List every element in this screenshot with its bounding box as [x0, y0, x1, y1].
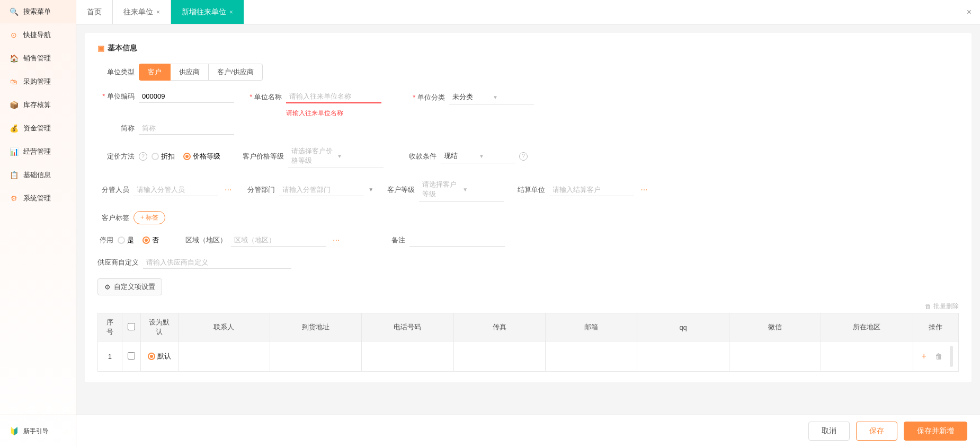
tab-counterparty-close[interactable]: × — [156, 8, 160, 16]
phone-input[interactable] — [367, 353, 448, 361]
alias-input[interactable] — [139, 122, 234, 135]
sidebar-item-sales[interactable]: 🏠 销售管理 — [0, 47, 76, 70]
settlement-ellipsis[interactable]: ··· — [638, 185, 649, 195]
window-close-btn[interactable]: × — [958, 7, 980, 17]
unit-type-both-btn[interactable]: 客户/供应商 — [209, 64, 263, 81]
save-button[interactable]: 保存 — [856, 422, 897, 441]
cell-checkbox — [122, 341, 140, 372]
settlement-input[interactable] — [549, 183, 634, 196]
customer-level-select[interactable]: 请选择客户等级 ▼ — [419, 178, 504, 201]
disabled-field: 停用 是 否 — [97, 235, 159, 245]
customer-price-select[interactable]: 请选择客户价格等级 ▼ — [288, 144, 384, 168]
sidebar-item-inventory[interactable]: 📦 库存核算 — [0, 93, 76, 117]
cell-contact[interactable] — [178, 341, 270, 372]
tab-counterparty[interactable]: 往来单位 × — [113, 0, 171, 24]
sales-icon: 🏠 — [8, 53, 19, 64]
region-ellipsis[interactable]: ··· — [331, 235, 342, 245]
cell-qq[interactable] — [637, 341, 729, 372]
tab-home[interactable]: 首页 — [76, 0, 113, 24]
contacts-table: 序号 设为默认 联系人 到货地址 电话号码 传真 邮箱 qq 微信 所在地区 操… — [97, 313, 959, 372]
pricing-discount-radio[interactable]: 折扣 — [152, 152, 175, 161]
manager-input[interactable] — [133, 183, 218, 196]
save-new-button[interactable]: 保存并新增 — [904, 422, 967, 441]
unit-category-select[interactable]: 未分类 ▼ — [449, 90, 534, 104]
section-icon: ▣ — [97, 44, 104, 52]
fax-input[interactable] — [459, 353, 540, 361]
sidebar-label-basic: 基础信息 — [23, 170, 51, 180]
col-fax: 传真 — [453, 313, 545, 341]
cancel-button[interactable]: 取消 — [808, 422, 850, 441]
cell-email[interactable] — [546, 341, 637, 372]
pricing-help-icon[interactable]: ? — [139, 152, 147, 161]
select-all-checkbox[interactable] — [128, 323, 135, 330]
pricing-level-circle — [183, 153, 191, 160]
del-row-btn[interactable]: 🗑 — [932, 351, 946, 362]
add-tag-btn[interactable]: + 标签 — [133, 211, 165, 224]
col-contact: 联系人 — [178, 313, 270, 341]
row-default-radio[interactable]: 默认 — [146, 352, 173, 361]
sidebar-item-quicknav[interactable]: ⊙ 快捷导航 — [0, 23, 76, 47]
finance-icon: 💰 — [8, 123, 19, 134]
sidebar-item-basic[interactable]: 📋 基础信息 — [0, 163, 76, 187]
supplier-custom-input[interactable] — [143, 256, 291, 269]
email-input[interactable] — [551, 353, 631, 361]
custom-settings-row: ⚙ 自定义项设置 — [97, 278, 959, 295]
disabled-yes-radio[interactable]: 是 — [118, 235, 134, 245]
disabled-no-radio[interactable]: 否 — [142, 235, 159, 245]
cell-address[interactable] — [270, 341, 361, 372]
unit-code-input[interactable] — [139, 90, 234, 103]
sidebar-item-search[interactable]: 🔍 搜索菜单 — [0, 0, 76, 23]
contact-input[interactable] — [184, 353, 264, 361]
tab-new-counterparty-close[interactable]: × — [229, 8, 233, 16]
sidebar-item-guide[interactable]: 🔰 新手引导 — [0, 419, 76, 443]
add-row-btn[interactable]: + — [919, 350, 930, 362]
unit-type-supplier-btn[interactable]: 供应商 — [171, 64, 209, 81]
pricing-label: 定价方法 — [97, 152, 135, 161]
department-input[interactable] — [279, 183, 364, 196]
address-input[interactable] — [275, 353, 356, 361]
cell-fax[interactable] — [453, 341, 545, 372]
sidebar-item-finance[interactable]: 💰 资金管理 — [0, 117, 76, 140]
payment-help-icon[interactable]: ? — [519, 152, 528, 161]
scrollbar — [950, 346, 953, 367]
unit-name-input[interactable] — [286, 90, 381, 103]
col-default: 设为默认 — [140, 313, 178, 341]
sidebar-item-system[interactable]: ⚙ 系统管理 — [0, 187, 76, 210]
cell-default: 默认 — [140, 341, 178, 372]
customer-level-field: 客户等级 请选择客户等级 ▼ — [387, 178, 504, 201]
unit-name-error: 请输入往来单位名称 — [286, 109, 343, 118]
custom-settings-btn[interactable]: ⚙ 自定义项设置 — [97, 278, 162, 295]
col-address: 到货地址 — [270, 313, 361, 341]
unit-type-customer-btn[interactable]: 客户 — [139, 64, 171, 81]
cell-region[interactable] — [821, 341, 913, 372]
row-checkbox[interactable] — [128, 352, 135, 360]
tab-counterparty-label: 往来单位 — [123, 7, 153, 17]
col-wechat: 微信 — [729, 313, 821, 341]
cell-wechat[interactable] — [729, 341, 821, 372]
batch-delete-icon: 🗑 — [925, 303, 931, 310]
sidebar-label-purchase: 采购管理 — [23, 77, 51, 86]
tab-new-counterparty[interactable]: 新增往来单位 × — [171, 0, 244, 24]
remark-input[interactable] — [409, 234, 505, 247]
pricing-row: 定价方法 ? 折扣 价格等级 客户价格等级 — [97, 144, 959, 168]
system-icon: ⚙ — [8, 193, 19, 204]
manager-ellipsis[interactable]: ··· — [222, 185, 234, 195]
sidebar-item-purchase[interactable]: 🛍 采购管理 — [0, 70, 76, 93]
row-region-input[interactable] — [826, 353, 907, 361]
pricing-level-radio[interactable]: 价格等级 — [183, 152, 220, 161]
unit-type-row: 单位类型 客户 供应商 客户/供应商 — [97, 64, 959, 81]
search-icon: 🔍 — [8, 6, 19, 17]
wechat-input[interactable] — [735, 353, 815, 361]
department-arrow: ▼ — [368, 187, 373, 192]
cell-index: 1 — [98, 341, 122, 372]
cell-phone[interactable] — [362, 341, 453, 372]
qq-input[interactable] — [643, 353, 724, 361]
alias-field: 简称 — [97, 122, 234, 135]
inventory-icon: 📦 — [8, 100, 19, 110]
payment-select[interactable]: 现结 ▼ — [441, 149, 515, 163]
region-input[interactable] — [231, 234, 326, 247]
unit-name-field: 单位名称 请输入往来单位名称 — [245, 90, 381, 118]
form-card: ▣ 基本信息 单位类型 客户 供应商 客户/供应商 单位编码 — [85, 33, 972, 382]
sidebar-item-operations[interactable]: 📊 经营管理 — [0, 140, 76, 163]
batch-delete-label[interactable]: 批量删除 — [933, 302, 959, 311]
